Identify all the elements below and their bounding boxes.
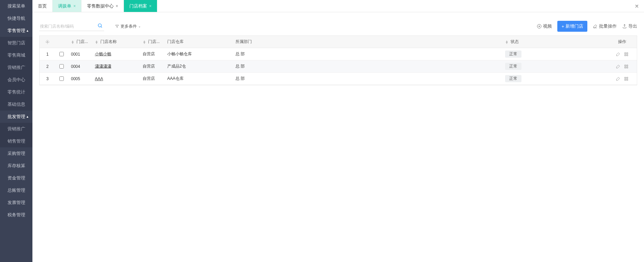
sort-icon: ▲▼	[95, 40, 98, 44]
plus-icon: +	[561, 24, 564, 29]
svg-rect-12	[627, 77, 628, 78]
tab-retail-data-center[interactable]: 零售数据中心 ×	[82, 0, 124, 12]
sidebar-item-sales-mgmt[interactable]: 销售管理	[0, 135, 32, 147]
chevron-up-icon: ▲	[26, 29, 29, 32]
col-label: 门店...	[148, 39, 160, 45]
sidebar: 搜索菜单 快捷导航 零售管理 ▲ 智慧门店 零售商城 营销推广 会员中心 零售统…	[0, 0, 32, 262]
export-icon	[622, 24, 627, 29]
sidebar-item-inventory[interactable]: 库存核算	[0, 160, 32, 172]
cell-dept: 总 部	[232, 63, 502, 69]
gear-icon[interactable]	[45, 40, 50, 44]
tabs-bar: 首页 调拨单 × 零售数据中心 × 门店档案 ×	[32, 0, 644, 12]
col-label: 门店名称	[100, 39, 117, 45]
sort-icon: ▲▼	[143, 40, 146, 44]
tab-transfer-order[interactable]: 调拨单 ×	[53, 0, 82, 12]
sidebar-section-wholesale[interactable]: 批发管理 ▲	[0, 111, 32, 123]
tab-label: 调拨单	[58, 3, 71, 9]
sidebar-section-label: 批发管理	[8, 114, 25, 120]
col-label: 所属部门	[235, 39, 252, 45]
filter-icon	[115, 24, 119, 28]
new-store-button[interactable]: + 新增门店	[557, 21, 587, 32]
tab-label: 门店档案	[129, 3, 147, 9]
svg-rect-3	[625, 53, 626, 54]
toolbar: 更多条件 ⌄ 视频 + 新增门店 批量操作 导出	[39, 17, 637, 35]
video-label: 视频	[543, 23, 552, 29]
cell-warehouse: AAA仓库	[164, 76, 232, 82]
sidebar-item-smart-store[interactable]: 智慧门店	[0, 37, 32, 49]
status-badge: 正常	[505, 63, 521, 70]
search-icon[interactable]	[97, 23, 103, 28]
svg-rect-10	[627, 67, 628, 68]
sidebar-item-wholesale-marketing[interactable]: 营销推广	[0, 123, 32, 135]
col-label: 操作	[618, 39, 626, 45]
sidebar-item-retail-stats[interactable]: 零售统计	[0, 86, 32, 98]
video-button[interactable]: 视频	[537, 23, 552, 29]
row-index: 1	[40, 52, 55, 57]
close-icon[interactable]: ×	[116, 4, 118, 9]
tab-home[interactable]: 首页	[32, 0, 53, 12]
sidebar-item-basic-info[interactable]: 基础信息	[0, 98, 32, 111]
sidebar-section-retail[interactable]: 零售管理 ▲	[0, 25, 32, 37]
sidebar-search[interactable]: 搜索菜单	[0, 0, 32, 12]
svg-point-2	[47, 41, 48, 43]
status-badge: 正常	[505, 75, 521, 82]
svg-rect-14	[627, 79, 628, 81]
more-row-icon[interactable]	[624, 64, 629, 69]
sidebar-item-member-center[interactable]: 会员中心	[0, 74, 32, 86]
col-type[interactable]: ▲▼ 门店...	[139, 39, 164, 45]
sort-icon: ▲▼	[505, 40, 509, 44]
row-checkbox[interactable]	[59, 64, 64, 69]
export-button[interactable]: 导出	[622, 23, 637, 29]
search-input[interactable]	[39, 21, 104, 31]
close-icon	[634, 4, 639, 9]
col-code[interactable]: ▲▼ 门店...	[68, 39, 91, 45]
sidebar-item-invoice[interactable]: 发票管理	[0, 196, 32, 209]
more-row-icon[interactable]	[624, 52, 629, 57]
more-row-icon[interactable]	[624, 76, 629, 81]
cell-type: 自营店	[139, 63, 164, 69]
col-warehouse: 门店仓库	[164, 39, 232, 45]
sidebar-item-tax[interactable]: 税务管理	[0, 209, 32, 221]
svg-rect-13	[625, 79, 626, 81]
cell-code: 0001	[68, 52, 91, 57]
sidebar-item-marketing[interactable]: 营销推广	[0, 61, 32, 74]
close-icon[interactable]: ×	[149, 4, 152, 9]
more-conditions[interactable]: 更多条件 ⌄	[115, 24, 141, 29]
edit-row-icon[interactable]	[616, 52, 620, 57]
store-name-link[interactable]: 小畅小畅	[95, 51, 111, 57]
sidebar-section-label: 零售管理	[8, 28, 25, 34]
col-label: 状态	[511, 39, 519, 45]
edit-row-icon[interactable]	[616, 76, 620, 81]
svg-rect-4	[627, 53, 628, 54]
table-row: 20004瀟瀟瀟瀟自营店产成品2仓总 部正常	[40, 60, 637, 73]
store-name-link[interactable]: 瀟瀟瀟瀟	[95, 63, 111, 69]
edit-row-icon[interactable]	[616, 64, 620, 69]
sidebar-item-finance[interactable]: 资金管理	[0, 172, 32, 184]
col-label: 门店仓库	[167, 39, 184, 45]
tab-label: 零售数据中心	[87, 3, 114, 9]
tab-store-archive[interactable]: 门店档案 ×	[124, 0, 157, 12]
sidebar-item-purchase[interactable]: 采购管理	[0, 147, 32, 160]
sort-icon: ▲▼	[71, 40, 74, 44]
col-status[interactable]: ▲▼ 状态	[502, 39, 607, 45]
batch-button[interactable]: 批量操作	[593, 23, 617, 29]
col-name[interactable]: ▲▼ 门店名称	[91, 39, 139, 45]
table-header: ▲▼ 门店... ▲▼ 门店名称 ▲▼ 门店... 门店仓库 所属部门	[40, 36, 637, 48]
chevron-down-icon: ⌄	[138, 25, 141, 28]
store-table: ▲▼ 门店... ▲▼ 门店名称 ▲▼ 门店... 门店仓库 所属部门	[39, 35, 637, 85]
svg-rect-8	[627, 65, 628, 66]
close-icon[interactable]: ×	[73, 4, 76, 9]
row-checkbox[interactable]	[59, 76, 64, 81]
batch-label: 批量操作	[599, 23, 617, 29]
table-body: 10001小畅小畅自营店小畅小畅仓库总 部正常20004瀟瀟瀟瀟自营店产成品2仓…	[40, 48, 637, 85]
close-all-tabs[interactable]	[632, 0, 641, 12]
row-checkbox[interactable]	[59, 52, 64, 56]
sidebar-item-ledger[interactable]: 总账管理	[0, 184, 32, 196]
status-badge: 正常	[505, 50, 521, 58]
sidebar-quicknav[interactable]: 快捷导航	[0, 12, 32, 25]
svg-rect-7	[625, 65, 626, 66]
store-name-link[interactable]: AAA	[95, 76, 103, 81]
sidebar-item-retail-mall[interactable]: 零售商城	[0, 49, 32, 61]
cell-code: 0005	[68, 76, 91, 81]
row-index: 2	[40, 64, 55, 69]
